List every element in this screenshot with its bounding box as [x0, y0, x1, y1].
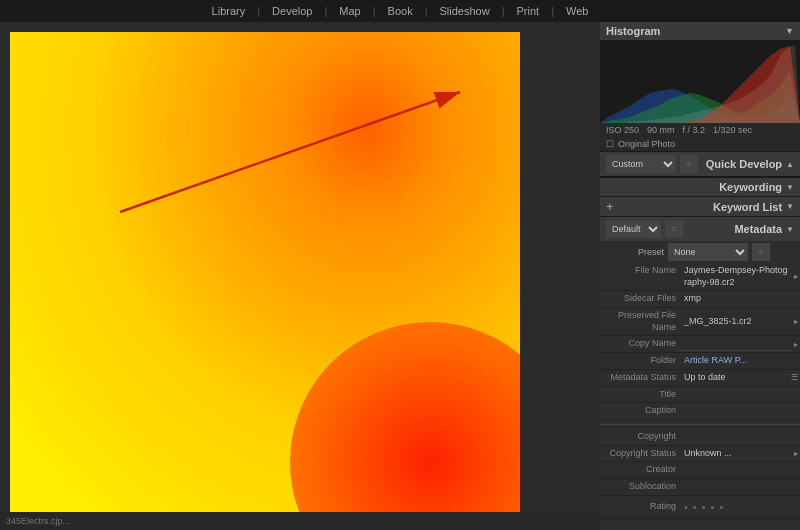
rating-dot-3[interactable]: •: [702, 501, 706, 513]
right-panel[interactable]: Histogram ▼ ISO 250 90 mm f / 3.2: [600, 22, 800, 530]
meta-label-creator: Creator: [600, 462, 680, 478]
footer-bar: 345Electrs.cjp...: [0, 512, 600, 530]
meta-edit-filename[interactable]: ▸: [792, 272, 800, 281]
meta-value-filename-row: Jaymes-Dempsey-Photography-98.cr2 ▸: [680, 263, 800, 290]
meta-label-sidecar: Sidecar Files: [600, 291, 680, 307]
meta-label-caption: Caption: [600, 403, 680, 419]
preset-row: Preset None ≡: [600, 241, 800, 263]
meta-edit-status[interactable]: ☰: [789, 373, 800, 382]
meta-label-preserved: Preserved File Name: [600, 308, 680, 335]
photo-info-bar: ISO 250 90 mm f / 3.2 1/320 sec: [600, 123, 800, 137]
meta-edit-copyname[interactable]: ▸: [792, 340, 800, 349]
meta-value-copyname[interactable]: [680, 337, 792, 351]
top-navigation: Library | Develop | Map | Book | Slidesh…: [0, 0, 800, 22]
meta-value-filename: Jaymes-Dempsey-Photography-98.cr2: [680, 263, 792, 290]
meta-row-copyright: Copyright: [600, 429, 800, 446]
metadata-divider: [600, 424, 800, 425]
meta-row-caption: Caption: [600, 403, 800, 420]
preset-value-select[interactable]: None: [668, 243, 748, 261]
meta-row-copyname: Copy Name ▸: [600, 336, 800, 353]
meta-value-preserved-row: _MG_3825-1.cr2 ▸: [680, 308, 800, 335]
meta-value-status: Up to date: [680, 370, 789, 386]
metadata-adjust-icon[interactable]: ≡: [665, 220, 683, 238]
aperture-value: f / 3.2: [683, 125, 706, 135]
photo-image: [10, 32, 520, 522]
meta-row-status: Metadata Status Up to date ☰: [600, 370, 800, 387]
meta-row-rating: Rating • • • • •: [600, 496, 800, 519]
rating-dot-2[interactable]: •: [693, 501, 697, 513]
meta-value-folder[interactable]: Article RAW P...: [680, 353, 800, 369]
quick-develop-title: Quick Develop: [698, 158, 782, 170]
meta-value-preserved: _MG_3825-1.cr2: [680, 314, 792, 330]
preset-label: Preset: [604, 247, 664, 257]
meta-row-filename: File Name Jaymes-Dempsey-Photography-98.…: [600, 263, 800, 291]
nav-book[interactable]: Book: [376, 0, 425, 22]
preset-select[interactable]: Custom: [606, 155, 676, 173]
shutter-value: 1/320 sec: [713, 125, 752, 135]
nav-slideshow[interactable]: Slideshow: [428, 0, 502, 22]
keyword-list-plus-icon[interactable]: +: [606, 200, 614, 213]
keyword-list-title: Keyword List: [614, 201, 782, 213]
original-photo-label: Original Photo: [618, 139, 675, 149]
quick-develop-header[interactable]: Custom ≡ Quick Develop ▲: [600, 151, 800, 177]
meta-value-copyright-status-row: Unknown ... ▸: [680, 446, 800, 462]
meta-value-sublocation-row: [680, 479, 800, 495]
meta-value-caption[interactable]: [680, 404, 800, 418]
checkbox-icon: ☐: [606, 139, 614, 149]
keywording-header[interactable]: Keywording ▼: [600, 177, 800, 196]
meta-row-folder: Folder Article RAW P...: [600, 353, 800, 370]
nav-develop[interactable]: Develop: [260, 0, 324, 22]
nav-map[interactable]: Map: [327, 0, 372, 22]
meta-label-copyright-status: Copyright Status: [600, 446, 680, 462]
photo-canvas: [10, 32, 520, 522]
meta-value-folder-row: Article RAW P...: [680, 353, 800, 369]
metadata-header[interactable]: Default ≡ Metadata ▼: [600, 216, 800, 241]
meta-value-copyright[interactable]: [680, 430, 800, 444]
meta-value-sidecar: xmp: [680, 291, 800, 307]
meta-value-title[interactable]: [680, 387, 800, 401]
meta-edit-copyright-status[interactable]: ▸: [792, 449, 800, 458]
footer-text: 345Electrs.cjp...: [6, 516, 70, 526]
iso-value: ISO 250: [606, 125, 639, 135]
metadata-dropdown: ▼: [786, 225, 794, 234]
meta-label-filename: File Name: [600, 263, 680, 290]
preset-adjust-icon[interactable]: ≡: [680, 155, 698, 173]
metadata-table: File Name Jaymes-Dempsey-Photography-98.…: [600, 263, 800, 496]
keywording-dropdown: ▼: [786, 183, 794, 192]
rating-dot-4[interactable]: •: [711, 501, 715, 513]
rating-dots-container: • • • • •: [680, 499, 727, 515]
nav-library[interactable]: Library: [200, 0, 258, 22]
meta-value-copyright-status: Unknown ...: [680, 446, 792, 462]
metadata-mode-select[interactable]: Default: [606, 220, 661, 238]
rating-dot-1[interactable]: •: [684, 501, 688, 513]
meta-value-caption-row: [680, 403, 800, 419]
nav-print[interactable]: Print: [505, 0, 552, 22]
meta-edit-preserved[interactable]: ▸: [792, 317, 800, 326]
meta-label-copyright: Copyright: [600, 429, 680, 445]
histogram-dropdown-icon: ▼: [785, 26, 794, 36]
original-photo-bar: ☐ Original Photo: [600, 137, 800, 151]
meta-row-sidecar: Sidecar Files xmp: [600, 291, 800, 308]
main-layout: 345Electrs.cjp... Histogram ▼: [0, 22, 800, 530]
keyword-list-header[interactable]: + Keyword List ▼: [600, 196, 800, 216]
histogram-chart: [600, 41, 800, 123]
nav-web[interactable]: Web: [554, 0, 600, 22]
meta-label-folder: Folder: [600, 353, 680, 369]
meta-value-sublocation[interactable]: [680, 480, 800, 494]
preset-list-icon[interactable]: ≡: [752, 243, 770, 261]
histogram-header[interactable]: Histogram ▼: [600, 22, 800, 41]
meta-value-creator[interactable]: [680, 463, 800, 477]
photo-area: 345Electrs.cjp...: [0, 22, 600, 530]
meta-row-title: Title: [600, 387, 800, 404]
meta-row-preserved: Preserved File Name _MG_3825-1.cr2 ▸: [600, 308, 800, 336]
rating-dot-5[interactable]: •: [719, 501, 723, 513]
meta-label-title: Title: [600, 387, 680, 403]
meta-value-creator-row: [680, 462, 800, 478]
meta-value-sidecar-row: xmp: [680, 291, 800, 307]
meta-label-copyname: Copy Name: [600, 336, 680, 352]
keywording-title: Keywording: [606, 181, 782, 193]
meta-row-sublocation: Sublocation: [600, 479, 800, 496]
meta-value-copyright-row: [680, 429, 800, 445]
focal-value: 90 mm: [647, 125, 675, 135]
meta-label-sublocation: Sublocation: [600, 479, 680, 495]
